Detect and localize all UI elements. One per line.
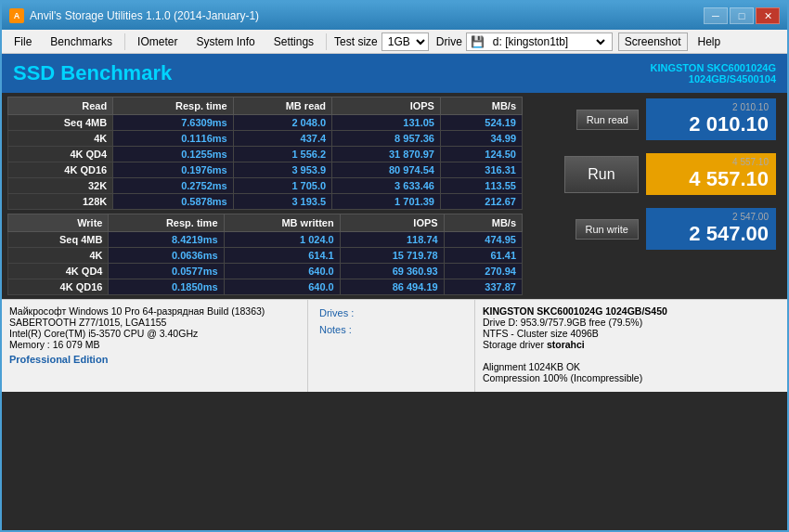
read-header-col4: MB/s [440,97,522,115]
benchmark-device-info: KINGSTON SKC6001024G 1024GB/S4500104 [650,62,776,84]
read-cell-4-3: 3 633.46 [332,178,441,194]
read-table: Read Resp. time MB read IOPS MB/s Seq 4M… [7,97,523,210]
write-score-value: 2 547.00 [653,222,769,246]
write-cell-0-0: Seq 4MB [8,232,109,248]
write-cell-0-3: 118.74 [340,232,444,248]
read-table-row: 4K QD40.1255ms1 556.231 870.97124.50 [8,147,523,162]
sys-line3: Intel(R) Core(TM) i5-3570 CPU @ 3.40GHz [9,328,300,339]
window-controls: ─ □ ✕ [704,7,780,24]
menu-help[interactable]: Help [690,32,730,51]
right-panel: Run read 2 010.10 2 010.10 Run 4 557.10 … [531,97,782,295]
read-cell-0-0: Seq 4MB [8,115,113,131]
total-score-group: Run 4 557.10 4 557.10 [564,153,776,195]
menu-settings[interactable]: Settings [265,32,322,51]
write-cell-2-1: 0.0577ms [109,264,224,279]
maximize-button[interactable]: □ [730,7,754,24]
drives-label: Drives : [319,307,463,318]
minimize-button[interactable]: ─ [704,7,728,24]
write-cell-2-0: 4K QD4 [8,264,109,279]
app-icon: A [9,8,24,23]
write-header-col1: Resp. time [109,214,224,232]
drive-group: Drive 💾 d: [kingston1tb] [436,32,613,51]
drive-select[interactable]: d: [kingston1tb] [487,33,608,50]
write-cell-1-3: 15 719.78 [340,248,444,264]
tables-area: Read Resp. time MB read IOPS MB/s Seq 4M… [7,97,524,295]
title-bar: A Anvil's Storage Utilities 1.1.0 (2014-… [2,2,787,30]
run-button[interactable]: Run [564,156,639,193]
drive-info-line3: NTFS - Cluster size 4096B [483,328,780,339]
read-table-row: 32K0.2752ms1 705.03 633.46113.55 [8,178,523,194]
write-table-row: 4K0.0636ms614.115 719.7861.41 [8,248,523,264]
read-cell-5-2: 3 193.5 [233,194,331,210]
screenshot-button[interactable]: Screenshot [618,32,688,51]
read-header-col0: Read [8,97,113,115]
drives-notes-panel: Drives : Notes : [308,300,475,392]
menu-file[interactable]: File [6,32,40,51]
write-cell-0-1: 8.4219ms [109,232,224,248]
device-line2: 1024GB/S4500104 [650,73,776,84]
read-cell-2-4: 124.50 [440,147,522,162]
app-window: A Anvil's Storage Utilities 1.1.0 (2014-… [0,0,789,532]
read-table-row: Seq 4MB7.6309ms2 048.0131.05524.19 [8,115,523,131]
test-size-select[interactable]: 1GB 4GB 8GB [382,32,429,51]
write-cell-2-2: 640.0 [224,264,340,279]
read-header-col1: Resp. time [113,97,234,115]
write-cell-3-3: 86 494.19 [340,279,444,295]
read-cell-2-0: 4K QD4 [8,147,113,162]
read-cell-0-2: 2 048.0 [233,115,331,131]
total-score-box: 4 557.10 4 557.10 [646,153,776,195]
read-cell-4-2: 1 705.0 [233,178,331,194]
write-cell-1-4: 61.41 [444,248,522,264]
read-cell-1-2: 437.4 [233,131,331,147]
benchmark-header: SSD Benchmark KINGSTON SKC6001024G 1024G… [2,54,787,93]
menu-iometer[interactable]: IOmeter [129,32,186,51]
read-cell-5-0: 128K [8,194,113,210]
read-cell-2-1: 0.1255ms [113,147,234,162]
run-write-button[interactable]: Run write [576,219,639,240]
read-cell-4-0: 32K [8,178,113,194]
read-table-row: 4K0.1116ms437.48 957.3634.99 [8,131,523,147]
write-cell-3-1: 0.1850ms [109,279,224,295]
read-cell-0-3: 131.05 [332,115,441,131]
sys-line2: SABERTOOTH Z77/1015, LGA1155 [9,317,300,328]
write-header-col0: Write [8,214,109,232]
write-cell-3-0: 4K QD16 [8,279,109,295]
menu-system-info[interactable]: System Info [188,32,263,51]
write-score-label: 2 547.00 [653,212,769,222]
menu-separator-2 [326,33,327,50]
app-title: Anvil's Storage Utilities 1.1.0 (2014-Ja… [30,9,259,22]
write-table-row: Seq 4MB8.4219ms1 024.0118.74474.95 [8,232,523,248]
notes-label: Notes : [319,324,463,335]
drive-info-line1: KINGSTON SKC6001024G 1024GB/S450 [483,305,780,317]
total-score-label: 4 557.10 [653,157,769,167]
read-header-col2: MB read [233,97,331,115]
run-read-button[interactable]: Run read [576,110,639,130]
read-header-col3: IOPS [332,97,441,115]
read-cell-0-4: 524.19 [440,115,522,131]
read-cell-3-4: 316.31 [440,162,522,178]
storage-driver-value: storahci [547,339,585,350]
read-cell-0-1: 7.6309ms [113,115,234,131]
read-cell-3-2: 3 953.9 [233,162,331,178]
menu-separator-1 [124,33,125,50]
read-cell-2-3: 31 870.97 [332,147,441,162]
read-cell-4-1: 0.2752ms [113,178,234,194]
read-cell-3-1: 0.1976ms [113,162,234,178]
drive-info-line7: Compression 100% (Incompressible) [483,372,780,383]
test-size-group: Test size 1GB 4GB 8GB [334,32,429,51]
total-score-value: 4 557.10 [653,167,769,191]
read-score-value: 2 010.10 [653,112,769,136]
write-header-col2: MB written [224,214,340,232]
write-table-row: 4K QD40.0577ms640.069 360.93270.94 [8,264,523,279]
menu-benchmarks[interactable]: Benchmarks [42,32,121,51]
read-cell-5-3: 1 701.39 [332,194,441,210]
sys-line1: Майкрософт Windows 10 Pro 64-разрядная B… [9,305,300,317]
read-score-group: Run read 2 010.10 2 010.10 [576,98,776,140]
menu-bar: File Benchmarks IOmeter System Info Sett… [2,30,787,54]
write-table: Write Resp. time MB written IOPS MB/s Se… [7,214,523,295]
read-table-row: 128K0.5878ms3 193.51 701.39212.67 [8,194,523,210]
close-button[interactable]: ✕ [756,7,780,24]
drive-label: Drive [436,35,462,48]
write-cell-3-2: 640.0 [224,279,340,295]
read-cell-5-4: 212.67 [440,194,522,210]
